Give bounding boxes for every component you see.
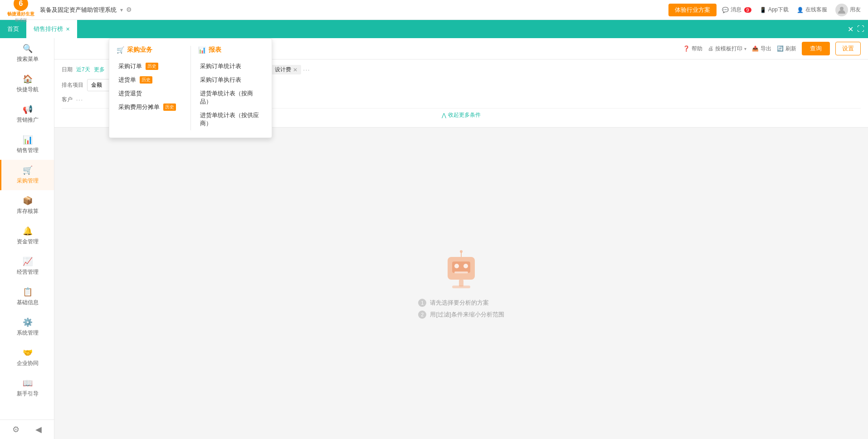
export-icon: 📤 [752,45,759,52]
sidebar-item-sales[interactable]: 📊 销售管理 [0,129,54,160]
finance-icon: 🔔 [23,226,33,236]
sidebar-item-search[interactable]: 🔍 搜索菜单 [0,38,54,69]
refresh-button[interactable]: 🔄 刷新 [777,45,796,53]
history-badge-3: 历史 [163,104,176,111]
collapse-arrow-icon: ⋀ [442,112,446,118]
dropdown-item-receipt-stat-supplier[interactable]: 进货单统计表（按供应商） [198,109,265,130]
sidebar-item-basic[interactable]: 📋 基础信息 [0,281,54,312]
svg-point-0 [840,7,844,10]
main-layout: 🔍 搜索菜单 🏠 快捷导航 📢 营销推广 📊 销售管理 🛒 采购管理 📦 库存核… [0,38,868,439]
dropdown-item-receipt-stat-goods[interactable]: 进货单统计表（按商品） [198,87,265,109]
sidebar-item-finance[interactable]: 🔔 资金管理 [0,221,54,251]
chevron-down-icon[interactable]: ▾ [120,7,123,13]
dropdown-item-receipt[interactable]: 进货单 历史 [117,73,183,87]
print-icon: 🖨 [708,45,713,52]
top-navbar: 6 畅捷通好生意 标准版 装备及固定资产辅助管理系统 ▾ ⚙ 体验行业方案 💬 … [0,0,868,20]
tab-bar: 首页 销售排行榜 ✕ ✕ ⛶ [0,20,868,38]
svg-rect-7 [452,286,470,288]
history-badge-2: 历史 [140,76,152,84]
customer-dots[interactable]: ··· [76,97,83,103]
sidebar-item-inventory[interactable]: 📦 库存核算 [0,190,54,221]
dropdown-item-po-stat[interactable]: 采购订单统计表 [198,59,265,73]
operations-icon: 📈 [23,256,33,266]
basic-icon: 📋 [23,287,33,297]
export-button[interactable]: 📤 导出 [752,45,771,53]
dropdown-title-report: 📊 报表 [198,46,265,54]
system-icon: ⚙️ [23,317,33,327]
goods-more-dots[interactable]: ··· [303,67,310,73]
help-icon: ❓ [683,45,690,52]
tab-close-icon[interactable]: ✕ [66,26,70,32]
empty-tip-2: 2 用[过滤]条件来缩小分析范围 [418,311,504,319]
collab-icon: 🤝 [23,348,33,358]
svg-point-3 [454,264,459,268]
sales-icon: 📊 [23,135,33,145]
settings-button[interactable]: 设置 [835,42,861,55]
help-button[interactable]: ❓ 帮助 [683,45,702,53]
sidebar-item-operations[interactable]: 📈 经营管理 [0,251,54,281]
dropdown-item-po-exec[interactable]: 采购订单执行表 [198,73,265,87]
settings-bottom-icon[interactable]: ⚙ [12,424,20,434]
industry-btn[interactable]: 体验行业方案 [668,4,717,16]
inventory-icon: 📦 [23,196,33,206]
empty-state: 1 请先选择要分析的方案 2 用[过滤]条件来缩小分析范围 [54,128,868,439]
service-item[interactable]: 👤 在线客服 [797,6,827,14]
purchase-menu-icon: 🛒 [117,46,124,54]
svg-rect-6 [459,280,463,286]
system-title: 装备及固定资产辅助管理系统 ▾ ⚙ [40,6,663,14]
empty-illustration [434,248,488,293]
sidebar-item-system[interactable]: ⚙️ 系统管理 [0,312,54,342]
customer-label: 客户 [62,96,73,104]
sidebar-item-collab[interactable]: 🤝 企业协同 [0,342,54,373]
sidebar-item-nav[interactable]: 🏠 快捷导航 [0,69,54,99]
date-7day[interactable]: 近7天 [76,66,90,74]
dropdown-menu: 🛒 采购业务 采购订单 历史 进货单 历史 进货退货 采购费用分摊单 历史 [109,38,272,138]
sidebar: 🔍 搜索菜单 🏠 快捷导航 📢 营销推广 📊 销售管理 🛒 采购管理 📦 库存核… [0,38,54,439]
messages-item[interactable]: 💬 消息 9 [722,6,751,14]
print-button[interactable]: 🖨 按模板打印 ▾ [708,45,746,53]
sidebar-item-guide[interactable]: 📖 新手引导 [0,373,54,403]
sidebar-item-purchase[interactable]: 🛒 采购管理 [0,160,54,190]
print-chevron-icon: ▾ [744,46,746,51]
sidebar-item-marketing[interactable]: 📢 营销推广 [0,99,54,129]
home-icon: 🏠 [23,74,33,84]
dropdown-item-expense[interactable]: 采购费用分摊单 历史 [117,100,183,114]
user-item[interactable]: 用友 [835,4,861,16]
dropdown-title-purchase: 🛒 采购业务 [117,46,183,54]
dropdown-item-return[interactable]: 进货退货 [117,87,183,100]
empty-tips: 1 请先选择要分析的方案 2 用[过滤]条件来缩小分析范围 [418,299,504,319]
dropdown-item-purchase-order[interactable]: 采购订单 历史 [117,59,183,73]
query-button[interactable]: 查询 [802,42,830,55]
logo-title: 畅捷通好生意 [7,11,34,17]
phone-icon: 📱 [760,7,766,13]
logo-subtitle: 标准版 [15,17,27,23]
date-more[interactable]: 更多 [94,66,105,74]
purchase-icon: 🛒 [23,165,33,175]
app-download-item[interactable]: 📱 App下载 [760,6,789,14]
history-badge: 历史 [146,63,158,70]
goods-tag-close[interactable]: ✕ [293,67,297,73]
filter-customer: 客户 ··· [62,96,83,104]
search-icon: 🔍 [23,44,33,54]
top-nav-right: 💬 消息 9 📱 App下载 👤 在线客服 用友 [722,4,861,16]
collapse-icon[interactable]: ◀ [35,424,42,434]
settings-icon[interactable]: ⚙ [126,6,132,13]
tab-expand-icon[interactable]: ⛶ [857,25,864,33]
svg-point-9 [460,250,463,253]
guide-icon: 📖 [23,378,33,388]
dropdown-col-report: 📊 报表 采购订单统计表 采购订单执行表 进货单统计表（按商品） 进货单统计表（… [198,46,265,130]
report-menu-icon: 📊 [198,46,206,54]
svg-point-4 [463,264,468,268]
service-icon: 👤 [797,7,804,13]
empty-tip-1: 1 请先选择要分析的方案 [418,299,504,307]
tab-close-right-icon[interactable]: ✕ [848,25,853,34]
content-area: 🛒 采购业务 采购订单 历史 进货单 历史 进货退货 采购费用分摊单 历史 [54,38,868,439]
dropdown-col-purchase: 🛒 采购业务 采购订单 历史 进货单 历史 进货退货 采购费用分摊单 历史 [117,46,183,130]
rank-label: 排名项目 [62,81,83,89]
svg-rect-5 [454,271,468,273]
goods-tag: 设计费 ✕ [271,65,301,74]
message-icon: 💬 [722,7,729,13]
refresh-icon: 🔄 [777,45,784,52]
logo: 6 畅捷通好生意 标准版 [7,0,34,23]
avatar [835,4,848,16]
